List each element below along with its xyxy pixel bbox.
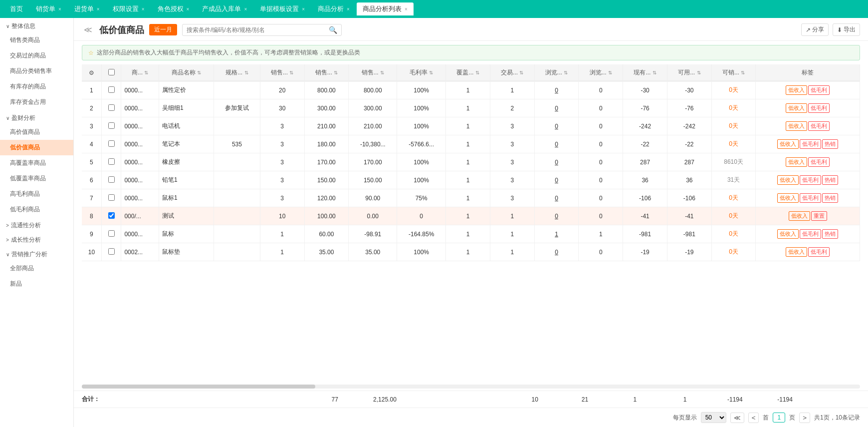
close-icon[interactable]: × xyxy=(58,6,61,12)
nav-item-product-stock[interactable]: 产成品入库单 × xyxy=(196,2,253,15)
cell-browse1[interactable]: 0 xyxy=(534,171,579,189)
cell-browse1[interactable]: 0 xyxy=(534,189,579,207)
per-page-select[interactable]: 50 100 200 xyxy=(701,412,726,423)
cell-browse1[interactable]: 0 xyxy=(534,153,579,171)
close-icon[interactable]: × xyxy=(302,6,305,12)
sort-icon[interactable]: ⇅ xyxy=(197,70,201,75)
sidebar-item-high-margin[interactable]: 高毛利商品 xyxy=(0,186,73,202)
row-checkbox[interactable] xyxy=(108,86,115,93)
cell-name[interactable]: 鼠标 xyxy=(159,225,214,243)
row-checkbox[interactable] xyxy=(108,176,115,183)
th-settings[interactable]: ⚙ xyxy=(82,64,101,81)
row-checkbox[interactable] xyxy=(108,212,115,219)
cell-name[interactable]: 吴细细1 xyxy=(159,99,214,117)
share-button[interactable]: ↗ 分享 xyxy=(801,23,829,36)
settings-icon[interactable]: ⚙ xyxy=(89,69,94,76)
horizontal-scrollbar[interactable] xyxy=(82,385,860,389)
nav-item-template[interactable]: 单据模板设置 × xyxy=(254,2,311,15)
sort-icon[interactable]: ⇅ xyxy=(244,70,248,75)
sidebar-item-stock-funds[interactable]: 库存资金占用 xyxy=(0,94,73,110)
cell-check[interactable] xyxy=(101,243,121,261)
sort-icon[interactable]: ⇅ xyxy=(519,70,523,75)
cell-check[interactable] xyxy=(101,117,121,135)
sidebar-item-traded-goods[interactable]: 交易过的商品 xyxy=(0,48,73,63)
browse-link[interactable]: 1 xyxy=(555,231,558,238)
nav-item-sales[interactable]: 销货单 × xyxy=(30,2,67,15)
cell-check[interactable] xyxy=(101,135,121,153)
sort-icon[interactable]: ⇅ xyxy=(289,70,293,75)
sidebar-collapse-button[interactable]: ≪ xyxy=(82,23,94,36)
nav-item-roles[interactable]: 角色授权 × xyxy=(152,2,196,15)
cell-browse1[interactable]: 0 xyxy=(534,117,579,135)
cell-browse1[interactable]: 1 xyxy=(534,225,579,243)
select-all-checkbox[interactable] xyxy=(108,69,115,75)
export-button[interactable]: ⬇ 导出 xyxy=(833,23,860,36)
sidebar-item-new-goods[interactable]: 新品 xyxy=(0,276,73,292)
nav-item-home[interactable]: 首页 xyxy=(4,2,29,15)
sort-icon[interactable]: ⇅ xyxy=(564,70,568,75)
row-checkbox[interactable] xyxy=(108,248,115,255)
nav-item-product-analysis-list[interactable]: 商品分析列表 × xyxy=(357,2,414,15)
sidebar-item-low-value[interactable]: 低价值商品 xyxy=(0,140,73,155)
browse-link[interactable]: 0 xyxy=(555,159,558,166)
sidebar-item-low-margin[interactable]: 低毛利商品 xyxy=(0,202,73,217)
browse-link[interactable]: 0 xyxy=(555,213,558,220)
sidebar-item-high-value[interactable]: 高价值商品 xyxy=(0,124,73,140)
sidebar-group-growth[interactable]: > 成长性分析 xyxy=(0,232,73,246)
browse-link[interactable]: 0 xyxy=(555,141,558,148)
sidebar-group-marketing[interactable]: ∨ 营销推广分析 xyxy=(0,246,73,261)
cell-check[interactable] xyxy=(101,207,121,225)
sort-icon[interactable]: ⇅ xyxy=(144,70,148,75)
cell-browse1[interactable]: 0 xyxy=(534,207,579,225)
sort-icon[interactable]: ⇅ xyxy=(652,70,656,75)
cell-check[interactable] xyxy=(101,225,121,243)
th-check[interactable] xyxy=(101,64,121,81)
cell-browse1[interactable]: 0 xyxy=(534,243,579,261)
cell-check[interactable] xyxy=(101,81,121,99)
cell-name[interactable]: 笔记本 xyxy=(159,135,214,153)
close-icon[interactable]: × xyxy=(142,6,145,12)
close-icon[interactable]: × xyxy=(244,6,247,12)
sort-icon[interactable]: ⇅ xyxy=(334,70,338,75)
close-icon[interactable]: × xyxy=(405,6,408,12)
sidebar-item-sales-goods[interactable]: 销售类商品 xyxy=(0,32,73,48)
sidebar-item-stock-goods[interactable]: 有库存的商品 xyxy=(0,79,73,94)
cell-check[interactable] xyxy=(101,189,121,207)
row-checkbox[interactable] xyxy=(108,158,115,165)
search-input[interactable] xyxy=(187,26,327,33)
browse-link[interactable]: 0 xyxy=(555,123,558,130)
sidebar-item-all-goods[interactable]: 全部商品 xyxy=(0,261,73,276)
scrollbar-thumb[interactable] xyxy=(82,385,315,389)
close-icon[interactable]: × xyxy=(187,6,190,12)
sort-icon[interactable]: ⇅ xyxy=(475,70,479,75)
sort-icon[interactable]: ⇅ xyxy=(380,70,384,75)
close-icon[interactable]: × xyxy=(97,6,100,12)
cell-check[interactable] xyxy=(101,99,121,117)
browse-link[interactable]: 0 xyxy=(555,177,558,184)
browse-link[interactable]: 0 xyxy=(555,195,558,202)
cell-name[interactable]: 属性定价 xyxy=(159,81,214,99)
browse-link[interactable]: 0 xyxy=(555,87,558,94)
first-page-button[interactable]: ≪ xyxy=(730,413,744,423)
cell-browse1[interactable]: 0 xyxy=(534,135,579,153)
row-checkbox[interactable] xyxy=(108,230,115,237)
row-checkbox[interactable] xyxy=(108,140,115,147)
row-checkbox[interactable] xyxy=(108,104,115,111)
nav-item-purchase[interactable]: 进货单 × xyxy=(68,2,106,15)
browse-link[interactable]: 0 xyxy=(555,249,558,256)
sidebar-item-low-coverage[interactable]: 低覆盖率商品 xyxy=(0,171,73,186)
sidebar-item-high-coverage[interactable]: 高覆盖率商品 xyxy=(0,155,73,171)
filter-button[interactable]: 近一月 xyxy=(149,24,177,35)
cell-check[interactable] xyxy=(101,171,121,189)
cell-name[interactable]: 测试 xyxy=(159,207,214,225)
cell-name[interactable]: 铅笔1 xyxy=(159,171,214,189)
sort-icon[interactable]: ⇅ xyxy=(741,70,745,75)
browse-link[interactable]: 0 xyxy=(555,105,558,112)
sidebar-item-category-rate[interactable]: 商品分类销售率 xyxy=(0,63,73,79)
row-checkbox[interactable] xyxy=(108,194,115,201)
prev-page-button[interactable]: < xyxy=(748,413,759,423)
row-checkbox[interactable] xyxy=(108,122,115,129)
sort-icon[interactable]: ⇅ xyxy=(697,70,701,75)
sidebar-group-overall[interactable]: ∨ 整体信息 xyxy=(0,18,73,32)
sort-icon[interactable]: ⇅ xyxy=(429,70,433,75)
